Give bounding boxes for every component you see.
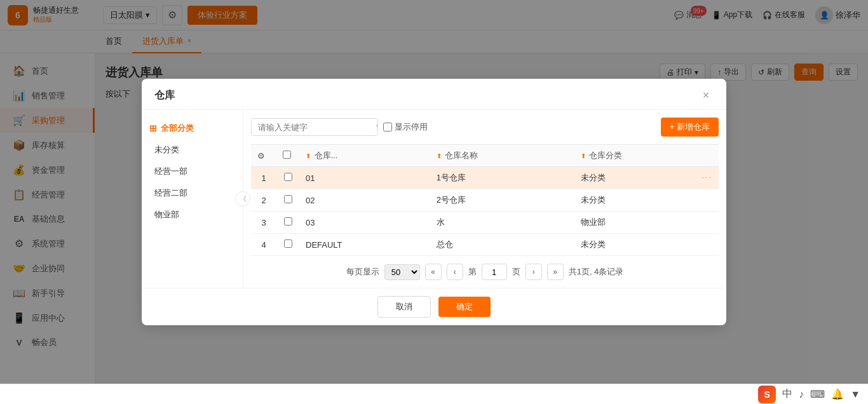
table-toolbar: 🔍 显示停用 + 新增仓库 bbox=[251, 118, 719, 137]
row-category-3: 物业部 bbox=[574, 212, 719, 234]
show-disabled-checkbox[interactable] bbox=[383, 123, 392, 131]
modal-body: ⊞ 全部分类 《 未分类 经营一部 经营二部 物业部 bbox=[142, 110, 726, 288]
search-button[interactable]: 🔍 bbox=[371, 119, 378, 135]
sort-category-icon: ⬆ bbox=[581, 152, 586, 159]
row-category-1: 未分类 ··· bbox=[574, 167, 719, 189]
table-row[interactable]: 2 02 2号仓库 未分类 bbox=[251, 189, 719, 212]
last-page-btn[interactable]: » bbox=[547, 264, 564, 280]
row-name-2: 2号仓库 bbox=[430, 189, 574, 212]
grid-icon: ⊞ bbox=[149, 123, 157, 133]
category-item-property[interactable]: 物业部 bbox=[142, 204, 243, 226]
category-panel: ⊞ 全部分类 《 未分类 经营一部 经营二部 物业部 bbox=[142, 110, 243, 288]
per-page-label: 每页显示 bbox=[346, 266, 379, 278]
pagination-row: 每页显示 50 20 100 « ‹ 第 页 bbox=[251, 264, 719, 280]
page-suffix: 页 bbox=[512, 266, 520, 278]
row-name-3: 水 bbox=[430, 212, 574, 234]
s-logo: S bbox=[758, 386, 776, 403]
modal-footer: 取消 确定 bbox=[142, 288, 726, 325]
table-panel: 🔍 显示停用 + 新增仓库 ⚙ bbox=[243, 110, 726, 288]
all-category-label: 全部分类 bbox=[161, 123, 194, 134]
row-no-2: 2 bbox=[251, 189, 276, 212]
row-name-4: 总仓 bbox=[430, 234, 574, 256]
select-all-checkbox[interactable] bbox=[283, 151, 291, 159]
row-no-3: 3 bbox=[251, 212, 276, 234]
row-more-btn[interactable]: ··· bbox=[702, 172, 712, 182]
warehouse-modal: 仓库 × ⊞ 全部分类 《 未分类 经营一部 经营二部 bbox=[142, 79, 726, 325]
modal-header: 仓库 × bbox=[142, 79, 726, 110]
table-row[interactable]: 4 DEFAULT 总仓 未分类 bbox=[251, 234, 719, 256]
row-check-3[interactable] bbox=[276, 212, 299, 234]
col-code-header[interactable]: ⬆ 仓库... bbox=[299, 145, 430, 167]
table-row[interactable]: 1 01 1号仓库 未分类 ··· bbox=[251, 167, 719, 189]
zh-icon[interactable]: 中 bbox=[782, 387, 792, 401]
add-warehouse-button[interactable]: + 新增仓库 bbox=[661, 118, 719, 137]
category-item-unclassified[interactable]: 未分类 bbox=[142, 139, 243, 161]
col-gear: ⚙ bbox=[251, 145, 276, 167]
table-header-row: ⚙ ⬆ 仓库... ⬆ 仓库名称 bbox=[251, 145, 719, 167]
row-code-4: DEFAULT bbox=[299, 234, 430, 256]
show-disabled-label[interactable]: 显示停用 bbox=[383, 121, 428, 133]
keyboard-icon[interactable]: ⌨ bbox=[810, 388, 825, 400]
page-input[interactable] bbox=[482, 264, 507, 280]
col-check bbox=[276, 145, 299, 167]
all-category-btn[interactable]: ⊞ 全部分类 bbox=[142, 118, 243, 139]
sound-icon[interactable]: ♪ bbox=[799, 389, 804, 400]
modal-overlay: 仓库 × ⊞ 全部分类 《 未分类 经营一部 经营二部 bbox=[0, 0, 868, 404]
category-item-ops1[interactable]: 经营一部 bbox=[142, 161, 243, 182]
table-row[interactable]: 3 03 水 物业部 bbox=[251, 212, 719, 234]
next-page-btn[interactable]: › bbox=[526, 264, 542, 280]
modal-title: 仓库 bbox=[154, 89, 175, 102]
row-check-1[interactable] bbox=[276, 167, 299, 189]
row-code-2: 02 bbox=[299, 189, 430, 212]
row-category-4: 未分类 bbox=[574, 234, 719, 256]
sort-name-icon: ⬆ bbox=[437, 152, 442, 159]
total-info: 共1页, 4条记录 bbox=[569, 266, 624, 278]
col-category-header[interactable]: ⬆ 仓库分类 bbox=[574, 145, 719, 167]
cancel-button[interactable]: 取消 bbox=[377, 296, 431, 318]
bell-icon[interactable]: 🔔 bbox=[831, 388, 844, 400]
row-no-1: 1 bbox=[251, 167, 276, 189]
col-name-header[interactable]: ⬆ 仓库名称 bbox=[430, 145, 574, 167]
row-code-3: 03 bbox=[299, 212, 430, 234]
arrow-icon[interactable]: ▼ bbox=[850, 389, 860, 400]
search-input[interactable] bbox=[252, 119, 371, 135]
status-bar: S 中 ♪ ⌨ 🔔 ▼ bbox=[0, 384, 868, 404]
category-item-ops2[interactable]: 经营二部 bbox=[142, 182, 243, 204]
confirm-button[interactable]: 确定 bbox=[438, 297, 491, 317]
modal-close-button[interactable]: × bbox=[698, 88, 714, 103]
prev-page-btn[interactable]: ‹ bbox=[447, 264, 463, 280]
warehouse-table: ⚙ ⬆ 仓库... ⬆ 仓库名称 bbox=[251, 144, 719, 256]
collapse-panel-btn[interactable]: 《 bbox=[235, 191, 250, 206]
search-box: 🔍 bbox=[251, 118, 378, 136]
page-label: 第 bbox=[468, 266, 477, 278]
row-category-2: 未分类 bbox=[574, 189, 719, 212]
per-page-select[interactable]: 50 20 100 bbox=[384, 264, 420, 280]
row-check-2[interactable] bbox=[276, 189, 299, 212]
row-check-4[interactable] bbox=[276, 234, 299, 256]
first-page-btn[interactable]: « bbox=[425, 264, 442, 280]
sort-code-icon: ⬆ bbox=[306, 152, 311, 159]
row-name-1: 1号仓库 bbox=[430, 167, 574, 189]
row-code-1: 01 bbox=[299, 167, 430, 189]
row-no-4: 4 bbox=[251, 234, 276, 256]
